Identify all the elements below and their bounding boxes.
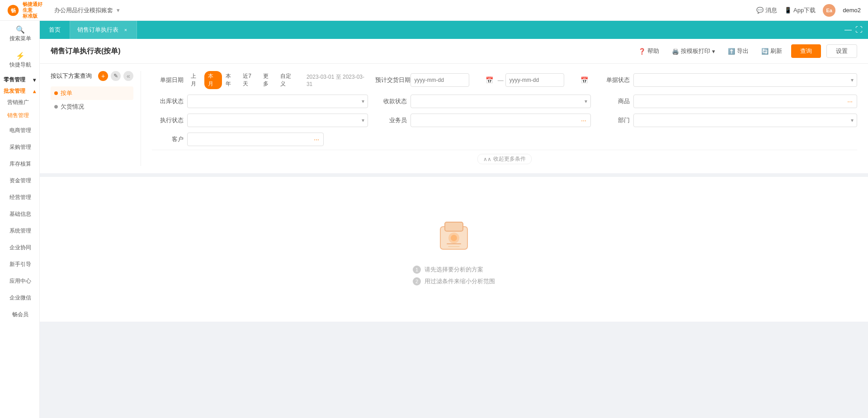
goods-dots-button[interactable]: ··· (845, 98, 854, 105)
header-middle: 办公用品行业模拟账套 ▾ (47, 6, 756, 14)
salesman-input[interactable] (410, 114, 591, 127)
help-button[interactable]: ❓ 帮助 (635, 45, 663, 57)
page-header: 销售订单执行表(按单) ❓ 帮助 🖨️ 按模板打印 ▾ ⬆️ 导出 (40, 39, 868, 64)
sidebar-item-quicknav[interactable]: ⚡ 快捷导航 (0, 47, 39, 73)
sidebar-sub-sales[interactable]: 销售管理 (0, 109, 39, 122)
sidebar-section-retail[interactable]: 零售管理▾ (0, 73, 39, 85)
print-icon: 🖨️ (672, 48, 679, 55)
add-scheme-button[interactable]: + (98, 71, 108, 81)
svg-point-5 (451, 235, 457, 241)
content-area: 首页 销售订单执行表 × — ⛶ 销售订单执行表(按单) ❓ 帮助 (40, 21, 868, 418)
export-button[interactable]: ⬆️ 导出 (724, 45, 752, 57)
date-tab-more[interactable]: 更多 (259, 71, 277, 89)
date-tab-this-year[interactable]: 本年 (222, 71, 239, 89)
sidebar-item-app-center[interactable]: 应用中心 (0, 273, 39, 290)
sidebar-item-inventory[interactable]: 库存核算 (0, 156, 39, 172)
out-status-select[interactable] (187, 95, 368, 108)
edit-scheme-button[interactable]: ✎ (111, 71, 121, 81)
date-label: 单据日期 (152, 76, 184, 84)
empty-tips: 1 请先选择要分析的方案 2 用过滤条件来缩小分析范围 (413, 266, 495, 285)
settings-button[interactable]: 设置 (826, 44, 857, 58)
collapse-icon: ∧∧ (483, 156, 491, 162)
tab-close-button[interactable]: × (122, 26, 129, 33)
tab-minimize-icon[interactable]: — (844, 26, 852, 34)
goods-input-wrap: ··· (633, 95, 857, 108)
query-button[interactable]: 查询 (791, 44, 821, 58)
collect-status-select-wrap (410, 95, 591, 108)
customer-label: 客户 (152, 135, 184, 143)
tab-home[interactable]: 首页 (40, 21, 70, 39)
date-tabs: 上月 本月 本年 近7天 更多 自定义 (187, 71, 299, 89)
customer-input-wrap: ··· (187, 133, 324, 146)
collapse-button[interactable]: ∧∧ 收起更多条件 (477, 154, 532, 164)
tip-num-1: 1 (413, 266, 421, 274)
sidebar-item-newbie[interactable]: 新手引导 (0, 256, 39, 273)
date-tab-custom[interactable]: 自定义 (277, 71, 299, 89)
inactive-dot-icon (54, 105, 58, 109)
user-name[interactable]: demo2 (843, 7, 861, 14)
empty-tip-1: 1 请先选择要分析的方案 (413, 266, 495, 274)
svg-rect-3 (445, 222, 463, 231)
app-download-button[interactable]: 📱 App下载 (784, 6, 816, 14)
print-button[interactable]: 🖨️ 按模板打印 ▾ (668, 45, 719, 57)
filter-rows: 单据日期 上月 本月 本年 近7天 更多 自定义 (152, 71, 857, 146)
calendar-start-icon: 📅 (486, 76, 493, 84)
customer-dots-button[interactable]: ··· (312, 136, 321, 143)
page-actions: ❓ 帮助 🖨️ 按模板打印 ▾ ⬆️ 导出 🔄 刷新 (635, 44, 857, 58)
collect-status-label: 收款状态 (375, 97, 407, 105)
filter-nav-按单[interactable]: 按单 (51, 86, 133, 100)
sidebar-item-finance[interactable]: 资金管理 (0, 172, 39, 189)
sidebar-item-purchase[interactable]: 采购管理 (0, 139, 39, 156)
search-icon: 🔍 (16, 25, 25, 34)
salesman-input-wrap: ··· (410, 114, 591, 127)
exec-status-select[interactable] (187, 114, 368, 127)
tab-current[interactable]: 销售订单执行表 × (70, 21, 137, 39)
expected-date-end-input[interactable] (505, 73, 564, 87)
filter-row-1: 单据日期 上月 本月 本年 近7天 更多 自定义 (152, 71, 857, 89)
collapse-panel-button[interactable]: « (123, 71, 133, 81)
bill-status-label: 单据状态 (598, 76, 630, 84)
export-icon: ⬆️ (728, 48, 735, 55)
sidebar-item-ecommerce[interactable]: 电商管理 (0, 122, 39, 139)
customer-input[interactable] (187, 133, 324, 146)
bill-status-select[interactable] (633, 73, 857, 87)
filter-group-exec-status: 执行状态 (152, 114, 368, 127)
salesman-dots-button[interactable]: ··· (579, 117, 588, 124)
sidebar-item-basic-info[interactable]: 基础信息 (0, 206, 39, 223)
filter-nav-欠货情况[interactable]: 欠货情况 (51, 100, 133, 114)
dept-select[interactable] (633, 114, 857, 127)
sidebar-section-wholesale[interactable]: 批发管理▴ (0, 85, 39, 96)
avatar: Ea (823, 4, 835, 17)
tip-num-2: 2 (413, 277, 421, 285)
filter-left-title: 按以下方案查询 + ✎ « (51, 71, 133, 81)
date-tab-7days[interactable]: 近7天 (239, 71, 259, 89)
sidebar-item-wecom[interactable]: 企业微信 (0, 290, 39, 306)
filter-group-date: 单据日期 上月 本月 本年 近7天 更多 自定义 (152, 71, 368, 89)
expected-date-start-input[interactable] (410, 73, 469, 87)
dropdown-icon[interactable]: ▾ (117, 7, 120, 14)
active-dot-icon (54, 91, 58, 95)
goods-input[interactable] (633, 95, 857, 108)
sidebar-sub-marketing[interactable]: 营销推广 (0, 96, 39, 109)
sidebar-item-operations[interactable]: 经营管理 (0, 189, 39, 206)
exec-status-select-wrap (187, 114, 368, 127)
filter-left-panel: 按以下方案查询 + ✎ « 按单 欠货情况 (51, 71, 141, 166)
out-status-label: 出库状态 (152, 97, 184, 105)
tab-bar: 首页 销售订单执行表 × — ⛶ (40, 21, 868, 39)
date-filter-wrap: 上月 本月 本年 近7天 更多 自定义 2023-03-01 至 2023-03… (187, 71, 368, 89)
sidebar-item-system[interactable]: 系统管理 (0, 223, 39, 239)
sidebar-item-member[interactable]: 畅会员 (0, 306, 39, 323)
sidebar-item-search[interactable]: 🔍 搜索菜单 (0, 21, 39, 47)
collect-status-select[interactable] (410, 95, 591, 108)
refresh-button[interactable]: 🔄 刷新 (758, 45, 786, 57)
date-separator: — (498, 77, 504, 84)
date-tab-last-month[interactable]: 上月 (187, 71, 204, 89)
bill-status-select-wrap (633, 73, 857, 87)
logo-text: 畅捷通好生意 标准版 (23, 1, 47, 19)
filter-group-salesman: 业务员 ··· (375, 114, 591, 127)
message-button[interactable]: 💬 消息 (756, 6, 777, 14)
print-dropdown-icon: ▾ (712, 48, 715, 55)
date-tab-this-month[interactable]: 本月 (204, 71, 222, 89)
sidebar-item-enterprise[interactable]: 企业协同 (0, 239, 39, 256)
tab-maximize-icon[interactable]: ⛶ (855, 26, 863, 34)
